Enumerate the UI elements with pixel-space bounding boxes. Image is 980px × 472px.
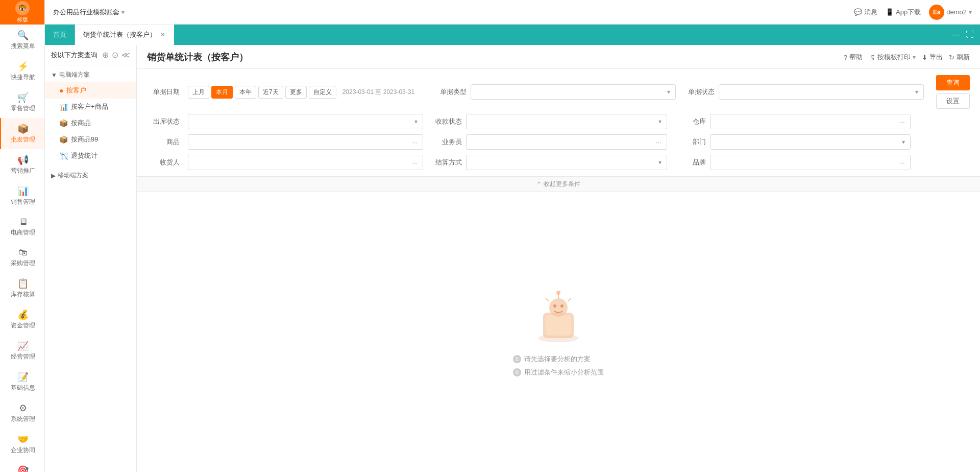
sidebar-item-basic[interactable]: 📝 基础信息 [0,366,44,397]
main-wrap: 办公用品行业模拟账套 ▾ 💬 消息 📱 App下载 Ea demo2 ▾ 首页 [45,0,980,472]
date-btn-this-month[interactable]: 本月 [211,86,233,99]
scheme-group-mobile-expand-icon: ▶ [51,172,56,179]
sidebar-item-finance[interactable]: 💰 资金管理 [0,304,44,335]
scheme-item-by-goods99[interactable]: 📦 按商品99 [45,131,136,148]
payment-select[interactable]: ▾ [466,114,667,129]
sidebar: 🐯 标版 🔍 搜索菜单 ⚡ 快捷导航 🛒 零售管理 📦 批发管理 📢 营销推广 … [0,0,45,472]
settings-button[interactable]: 设置 [936,93,970,109]
sidebar-item-enterprise[interactable]: 🤝 企业协同 [0,429,44,460]
sidebar-item-newguide[interactable]: 🎯 新手引导 [0,460,44,472]
sidebar-item-wholesale[interactable]: 📦 批发管理 [0,118,44,149]
scheme-group-desktop-header[interactable]: ▼ 电脑端方案 [45,67,136,82]
payment-chevron-icon: ▾ [658,118,662,125]
tab-maximize-icon[interactable]: ⛶ [964,28,976,41]
logo[interactable]: 🐯 标版 [0,0,44,25]
scheme-collapse-icon[interactable]: ≪ [121,50,130,60]
scheme-item-by-customer-goods[interactable]: 📊 按客户+商品 [45,99,136,115]
salesman-label: 业务员 [431,137,462,147]
user-menu[interactable]: Ea demo2 ▾ [929,5,972,20]
sidebar-label-purchase: 采购管理 [11,259,35,268]
tab-minimize-icon[interactable]: — [949,28,962,41]
export-button[interactable]: ⬇ 导出 [922,53,943,62]
goods-control: ··· [188,134,423,150]
empty-hint-2-text: 用过滤条件来缩小分析范围 [524,368,604,377]
sidebar-icon-wholesale: 📦 [17,123,29,134]
sidebar-icon-business: 📈 [17,340,29,351]
query-button[interactable]: 查询 [936,75,970,90]
out-status-control: ▾ [188,114,423,129]
scheme-item-by-customer-label: 按客户 [66,86,86,95]
salesman-input[interactable]: ··· [466,134,667,150]
scheme-item-by-customer[interactable]: ● 按客户 [45,82,136,99]
help-button[interactable]: ? 帮助 [844,53,863,62]
tab-sales-stat[interactable]: 销货单统计表（按客户） ✕ [75,25,174,45]
scheme-item-by-goods99-icon: 📦 [59,135,68,144]
filter-col-salesman: 业务员 ··· [431,134,667,150]
tab-close-icon[interactable]: ✕ [160,31,165,38]
sidebar-item-sales[interactable]: 📊 销售管理 [0,180,44,211]
sidebar-label-retail: 零售管理 [11,104,35,113]
goods-dots: ··· [412,138,418,146]
sidebar-item-business[interactable]: 📈 经营管理 [0,335,44,366]
dept-chevron-icon: ▾ [902,138,905,146]
date-btn-this-year[interactable]: 本年 [235,86,256,99]
empty-hint-2: ② 用过滤条件来缩小分析范围 [513,368,604,377]
brand-input[interactable]: ··· [710,155,911,170]
status-select[interactable]: ▾ [719,84,924,100]
sidebar-label-quick-nav: 快捷导航 [11,73,35,82]
industry-selector[interactable]: 办公用品行业模拟账套 ▾ [53,8,125,17]
out-status-select[interactable]: ▾ [188,114,423,129]
type-chevron-icon: ▾ [667,88,670,96]
message-label: 消息 [864,8,877,17]
type-select[interactable]: ▾ [471,84,676,100]
sidebar-nav: 🔍 搜索菜单 ⚡ 快捷导航 🛒 零售管理 📦 批发管理 📢 营销推广 📊 销售管… [0,25,44,472]
sidebar-item-retail[interactable]: 🛒 零售管理 [0,87,44,118]
refresh-button[interactable]: ↻ 刷新 [949,53,970,62]
sidebar-item-marketing[interactable]: 📢 营销推广 [0,149,44,180]
tab-home[interactable]: 首页 [45,25,75,45]
warehouse-dots: ··· [899,118,905,126]
dept-select[interactable]: ▾ [710,134,911,150]
sidebar-item-quick-nav[interactable]: ⚡ 快捷导航 [0,56,44,87]
date-btn-last-month[interactable]: 上月 [188,86,209,99]
page-title-actions: ? 帮助 🖨 按模板打印 ▾ ⬇ 导出 ↻ [844,53,970,62]
scheme-item-by-customer-goods-label: 按客户+商品 [71,102,108,111]
scheme-add-icon[interactable]: ⊕ [102,50,109,60]
sidebar-item-purchase[interactable]: 🛍 采购管理 [0,242,44,273]
sidebar-icon-newguide: 🎯 [17,465,29,472]
message-button[interactable]: 💬 消息 [854,8,877,17]
date-range-text: 2023-03-01 至 2023-03-31 [342,88,414,97]
print-chevron-icon: ▾ [913,54,916,61]
sidebar-label-inventory: 库存核算 [11,290,35,299]
filter-row-2: 出库状态 ▾ 收款状态 ▾ [147,114,970,129]
tabbar: 首页 销货单统计表（按客户） ✕ — ⛶ [45,25,980,45]
print-button[interactable]: 🖨 按模板打印 ▾ [869,53,916,62]
scheme-item-by-goods[interactable]: 📦 按商品 [45,115,136,131]
sidebar-icon-system: ⚙ [19,403,27,414]
goods-label: 商品 [147,137,180,147]
sidebar-item-inventory[interactable]: 📋 库存核算 [0,273,44,304]
collapse-bar[interactable]: ⌃ 收起更多条件 [137,177,980,192]
sidebar-item-ecommerce[interactable]: 🖥 电商管理 [0,211,44,242]
svg-point-4 [553,304,556,308]
goods-input[interactable]: ··· [188,134,423,150]
app-download-button[interactable]: 📱 App下载 [886,8,921,17]
settlement-chevron-icon: ▾ [658,159,662,166]
settlement-select[interactable]: ▾ [466,155,667,170]
date-btn-custom[interactable]: 自定义 [309,86,336,99]
receiver-input[interactable]: ··· [188,155,423,170]
collapse-text: 收起更多条件 [544,180,580,188]
scheme-group-mobile-header[interactable]: ▶ 移动端方案 [45,168,136,183]
filter-col-status: 单据状态 ▾ [684,84,924,100]
industry-chevron-icon: ▾ [121,9,125,16]
date-btn-last7days[interactable]: 近7天 [258,86,283,99]
scheme-item-return-stats[interactable]: 📉 退货统计 [45,148,136,164]
brand-dots: ··· [899,159,905,167]
date-btn-more[interactable]: 更多 [285,86,307,99]
sidebar-item-search[interactable]: 🔍 搜索菜单 [0,25,44,56]
scheme-settings-icon[interactable]: ⊙ [112,50,118,60]
sidebar-item-system[interactable]: ⚙ 系统管理 [0,397,44,429]
sidebar-icon-enterprise: 🤝 [17,434,29,445]
warehouse-input[interactable]: ··· [710,114,911,129]
sidebar-icon-ecommerce: 🖥 [18,217,28,227]
